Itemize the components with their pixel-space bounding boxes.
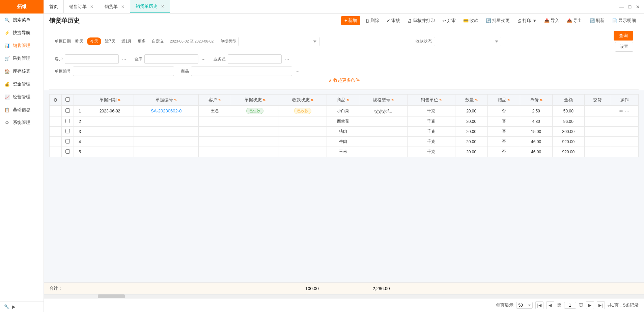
row-doc-no[interactable] xyxy=(134,147,199,157)
filter-warehouse-input[interactable] xyxy=(144,54,198,64)
th-qty[interactable]: 数量 ⇅ xyxy=(455,95,487,106)
sort-qty[interactable]: 数量 ⇅ xyxy=(458,97,485,103)
audit-print-button[interactable]: 🖨 审核并打印 xyxy=(405,16,438,25)
row-check-cell[interactable] xyxy=(62,127,74,137)
abandon-button[interactable]: ↩ 弃审 xyxy=(440,16,458,25)
th-payment-status[interactable]: 收款状态 ⇅ xyxy=(279,95,327,106)
row-doc-no[interactable] xyxy=(134,116,199,127)
row-doc-no[interactable]: SA-20230602-0 xyxy=(134,106,199,116)
filter-goods-input[interactable] xyxy=(191,67,292,76)
page-prev-btn[interactable]: ◀ xyxy=(546,301,554,309)
import-button[interactable]: 📥 导入 xyxy=(541,16,562,25)
new-button[interactable]: + 新增 xyxy=(341,16,360,25)
collect-button[interactable]: 💳 收款 xyxy=(460,16,481,25)
tab-maximize-btn[interactable]: □ xyxy=(626,3,633,10)
th-customer[interactable]: 客户 ⇅ xyxy=(199,95,231,106)
date-btn-yesterday[interactable]: 昨天 xyxy=(73,37,86,45)
action-more-icon[interactable]: ⋯ xyxy=(625,108,629,114)
th-gift[interactable]: 赠品 ⇅ xyxy=(487,95,520,106)
sidebar-collapse-btn[interactable]: ▶ xyxy=(12,304,16,309)
sidebar-item-ops-mgmt[interactable]: 📈 经营管理 xyxy=(0,90,44,103)
sidebar-item-basic-info[interactable]: 📋 基础信息 xyxy=(0,103,44,116)
filter-customer-input[interactable] xyxy=(65,54,119,64)
select-all-checkbox[interactable] xyxy=(65,97,70,102)
row-check-cell[interactable] xyxy=(62,106,74,116)
tab-sales-order[interactable]: 销售订单 ✕ xyxy=(64,0,99,13)
sort-unit[interactable]: 销售单位 ⇅ xyxy=(410,97,452,103)
date-btn-7days[interactable]: 近7天 xyxy=(103,37,118,45)
tab-sales-goods[interactable]: 销货单 ✕ xyxy=(99,0,130,13)
th-settings[interactable]: ⚙ xyxy=(50,95,62,106)
sidebar-item-quick-nav[interactable]: ⚡ 快捷导航 xyxy=(0,26,44,39)
doc-no-link[interactable]: SA-20230602-0 xyxy=(151,108,181,113)
refresh-button[interactable]: 🔃 刷新 xyxy=(587,16,607,25)
th-doc-no[interactable]: 单据编号 ⇅ xyxy=(134,95,199,106)
date-btn-custom[interactable]: 自定义 xyxy=(149,37,166,45)
sort-gift[interactable]: 赠品 ⇅ xyxy=(491,97,517,103)
delete-button[interactable]: 🗑 删除 xyxy=(362,16,382,25)
sort-doc-date[interactable]: 单据日期 ⇅ xyxy=(89,97,131,103)
row-check-cell[interactable] xyxy=(62,116,74,127)
tab-home[interactable]: 首页 xyxy=(44,0,64,13)
th-goods[interactable]: 商品 ⇅ xyxy=(327,95,359,106)
column-settings-icon[interactable]: ⚙ xyxy=(53,97,58,103)
sort-spec[interactable]: 规格型号 ⇅ xyxy=(362,97,404,103)
customer-ellipsis-btn[interactable]: ··· xyxy=(121,56,128,62)
tab-sales-history-close[interactable]: ✕ xyxy=(161,4,164,9)
sort-doc-no[interactable]: 单据编号 ⇅ xyxy=(137,97,196,103)
th-unit[interactable]: 销售单位 ⇅ xyxy=(407,95,455,106)
row-doc-no[interactable] xyxy=(134,127,199,137)
filter-docno-input[interactable] xyxy=(73,67,174,76)
show-detail-button[interactable]: 📄 显示明细 xyxy=(609,16,639,25)
page-size-select[interactable]: 50 100 200 xyxy=(516,302,533,309)
action-edit-icon[interactable]: ✏ xyxy=(619,108,623,114)
row-doc-no[interactable] xyxy=(134,137,199,147)
tab-sales-goods-close[interactable]: ✕ xyxy=(121,4,124,9)
th-unit-price[interactable]: 单价 ⇅ xyxy=(520,95,552,106)
tab-sales-history[interactable]: 销货单历史 ✕ xyxy=(130,0,170,13)
scrollbar-thumb[interactable] xyxy=(98,294,125,298)
date-btn-today[interactable]: 今天 xyxy=(87,37,101,45)
sort-goods[interactable]: 商品 ⇅ xyxy=(330,97,356,103)
sidebar-item-finance[interactable]: 💰 资金管理 xyxy=(0,78,44,90)
print-button[interactable]: 🖨 打印 ▼ xyxy=(514,16,539,25)
date-btn-1month[interactable]: 近1月 xyxy=(119,37,134,45)
sidebar-item-system-mgmt[interactable]: ⚙ 系统管理 xyxy=(0,116,44,129)
sort-unit-price[interactable]: 单价 ⇅ xyxy=(523,97,550,103)
filter-doc-type-select[interactable] xyxy=(239,37,319,46)
page-last-btn[interactable]: ▶| xyxy=(597,301,605,309)
page-next-btn[interactable]: ▶ xyxy=(586,301,594,309)
date-btn-more[interactable]: 更多 xyxy=(135,37,148,45)
sidebar-settings-bottom[interactable]: 🔧 ▶ xyxy=(0,302,44,312)
row-checkbox[interactable] xyxy=(65,149,70,154)
sort-doc-status[interactable]: 单据状态 ⇅ xyxy=(234,97,276,103)
tab-sales-order-close[interactable]: ✕ xyxy=(90,4,93,9)
goods-ellipsis-btn[interactable]: ··· xyxy=(294,69,301,74)
batch-change-button[interactable]: 🔄 批量变更 xyxy=(483,16,512,25)
page-number-input[interactable] xyxy=(564,302,576,309)
salesperson-ellipsis-btn[interactable]: ··· xyxy=(284,56,290,62)
th-doc-status[interactable]: 单据状态 ⇅ xyxy=(231,95,279,106)
th-doc-date[interactable]: 单据日期 ⇅ xyxy=(86,95,134,106)
tab-minimize-btn[interactable]: — xyxy=(618,3,625,10)
row-check-cell[interactable] xyxy=(62,147,74,157)
horizontal-scrollbar[interactable] xyxy=(44,294,644,298)
sidebar-item-search-menu[interactable]: 🔍 搜索菜单 xyxy=(0,14,44,26)
filter-salesperson-input[interactable] xyxy=(228,54,282,64)
warehouse-ellipsis-btn[interactable]: ··· xyxy=(200,56,207,62)
row-checkbox[interactable] xyxy=(65,108,70,113)
tab-close-btn[interactable]: ✕ xyxy=(635,3,641,10)
sidebar-item-purchase-mgmt[interactable]: 🛒 采购管理 xyxy=(0,52,44,65)
query-button[interactable]: 查询 xyxy=(614,31,633,41)
row-checkbox[interactable] xyxy=(65,129,70,133)
sidebar-item-sales-mgmt[interactable]: 📊 销售管理 xyxy=(0,39,44,52)
audit-button[interactable]: ✔ 审核 xyxy=(384,16,403,25)
th-spec[interactable]: 规格型号 ⇅ xyxy=(359,95,407,106)
settings-filter-button[interactable]: 设置 xyxy=(615,42,633,52)
collapse-filter-btn[interactable]: ∧ 收起更多条件 xyxy=(329,77,360,84)
page-first-btn[interactable]: |◀ xyxy=(535,301,543,309)
sort-customer[interactable]: 客户 ⇅ xyxy=(201,97,228,103)
export-button[interactable]: 📤 导出 xyxy=(564,16,585,25)
row-checkbox[interactable] xyxy=(65,119,70,123)
filter-payment-status-select[interactable] xyxy=(434,37,501,46)
